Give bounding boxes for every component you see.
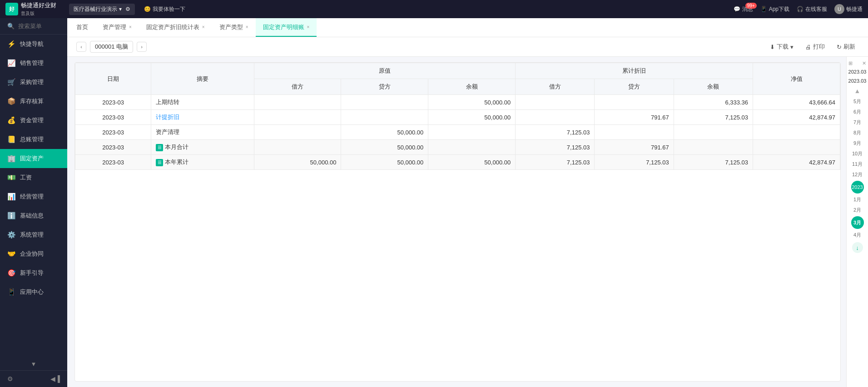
sidebar-item-app-center[interactable]: 📱 应用中心 <box>0 283 67 302</box>
th-yuanzhi: 原值 <box>254 63 516 79</box>
sidebar-item-guide[interactable]: 🎯 新手引导 <box>0 263 67 283</box>
online-support-action[interactable]: 🎧 在线客服 <box>797 5 827 13</box>
logo-icon: 好 <box>5 3 18 15</box>
timeline-month-11[interactable]: 11月 <box>847 159 868 169</box>
table-row: 2023-03 <box>75 95 151 110</box>
inventory-icon: 📦 <box>7 97 15 105</box>
headset-icon: 🎧 <box>797 6 804 12</box>
tab-asset-detail[interactable]: 固定资产明细账 × <box>256 18 317 37</box>
timeline-month-12[interactable]: 12月 <box>847 169 868 180</box>
timeline-month-4[interactable]: 4月 <box>847 230 868 240</box>
fixed-assets-icon: 🏢 <box>7 154 15 163</box>
tab-depreciation-stats[interactable]: 固定资产折旧统计表 × <box>139 18 212 37</box>
guide-icon: 🎯 <box>7 269 15 277</box>
timeline-month-10[interactable]: 10月 <box>847 149 868 159</box>
user-action[interactable]: U 畅捷通 <box>834 4 863 14</box>
table-yz-balance: 50,000.00 <box>428 110 516 125</box>
experience-button[interactable]: 😊 我要体验一下 <box>144 5 185 13</box>
tab-depreciation-stats-close[interactable]: × <box>202 25 205 30</box>
table-yz-credit <box>341 95 428 110</box>
tab-home[interactable]: 首页 <box>67 18 95 37</box>
timeline-month-9[interactable]: 9月 <box>847 138 868 149</box>
sidebar-item-sales[interactable]: 📈 销售管理 <box>0 54 67 73</box>
timeline-down-arrow[interactable]: ↓ <box>852 242 863 253</box>
sidebar-item-purchase[interactable]: 🛒 采购管理 <box>0 73 67 92</box>
table-yz-credit: 50,000.00 <box>341 125 428 140</box>
timeline-month-7[interactable]: 7月 <box>847 117 868 128</box>
next-asset-button[interactable]: › <box>137 42 147 52</box>
sidebar-item-salary[interactable]: 💵 工资 <box>0 168 67 187</box>
refresh-button[interactable]: ↻ 刷新 <box>833 41 859 53</box>
tab-asset-management-close[interactable]: × <box>129 25 132 30</box>
th-leiji-balance: 余额 <box>674 79 753 95</box>
sidebar-scroll-down[interactable]: ▼ <box>0 358 67 370</box>
sidebar-item-quick-nav[interactable]: ⚡ 快捷导航 <box>0 35 67 54</box>
table-yz-balance <box>428 125 516 140</box>
table-wrapper: 日期 摘要 原值 累计折旧 净值 借方 贷方 余额 借方 <box>74 62 841 382</box>
timeline-month-5[interactable]: 5月 <box>847 96 868 107</box>
timeline-expand-icon[interactable]: ⊞ <box>848 60 853 66</box>
timeline-up-arrow[interactable]: ▲ <box>854 87 861 94</box>
tab-asset-management[interactable]: 资产管理 × <box>95 18 139 37</box>
sidebar-item-fixed-assets[interactable]: 🏢 固定资产 <box>0 149 67 168</box>
table-row: 2023-03 <box>75 155 151 170</box>
quick-nav-icon: ⚡ <box>7 40 15 48</box>
fund-icon: 💰 <box>7 116 15 124</box>
sidebar-item-basic-info[interactable]: ℹ️ 基础信息 <box>0 206 67 225</box>
sidebar-label-sales: 销售管理 <box>20 59 44 67</box>
table-net-value <box>753 125 840 140</box>
app-center-icon: 📱 <box>7 288 15 296</box>
sidebar-label-cooperation: 企业协同 <box>20 250 44 258</box>
timeline-panel: ⊞ ✕ 2023.03 2023.03 ▲ 5月 6月 7月 8月 9月 10月… <box>846 57 868 387</box>
table-lj-debit: 7,125.03 <box>516 155 595 170</box>
timeline-month-3[interactable]: 3月 <box>851 216 864 229</box>
sidebar-label-quick-nav: 快捷导航 <box>20 40 44 48</box>
sidebar-item-inventory[interactable]: 📦 库存核算 <box>0 92 67 111</box>
tab-asset-type[interactable]: 资产类型 × <box>212 18 256 37</box>
company-selector[interactable]: 医疗器械行业演示 ▾ ⚙ <box>69 4 135 15</box>
settings-icon[interactable]: ⚙ <box>125 6 130 12</box>
collapse-icon[interactable]: ◀▐ <box>50 375 60 382</box>
tab-asset-detail-close[interactable]: × <box>307 25 310 30</box>
print-button[interactable]: 🖨 打印 <box>802 41 828 53</box>
top-header: 好 畅捷通好业财 普及版 医疗器械行业演示 ▾ ⚙ 😊 我要体验一下 💬 消息 … <box>0 0 868 18</box>
table-yz-credit: 50,000.00 <box>341 155 428 170</box>
search-input[interactable] <box>18 23 67 30</box>
table-row: 2023-03 <box>75 140 151 155</box>
sidebar-search-area[interactable]: 🔍 <box>0 18 67 35</box>
timeline-year-2023[interactable]: 2023 <box>851 181 864 194</box>
app-title: 畅捷通好业财 <box>21 1 56 10</box>
table-yz-balance: 50,000.00 <box>428 95 516 110</box>
system-icon: ⚙️ <box>7 231 15 239</box>
sidebar-item-operation[interactable]: 📊 经营管理 <box>0 187 67 206</box>
refresh-icon: ↻ <box>837 44 842 50</box>
search-icon: 🔍 <box>7 23 15 30</box>
sidebar-item-cooperation[interactable]: 🤝 企业协同 <box>0 244 67 263</box>
table-row: 2023-03 <box>75 110 151 125</box>
timeline-month-6[interactable]: 6月 <box>847 107 868 117</box>
toolbar-right: ⬇ 下载 ▾ 🖨 打印 ↻ 刷新 <box>766 41 859 53</box>
prev-asset-button[interactable]: ‹ <box>76 42 86 52</box>
content-area: 首页 资产管理 × 固定资产折旧统计表 × 资产类型 × 固定资产明细账 × <box>67 18 868 387</box>
timeline-close-icon[interactable]: ✕ <box>862 60 866 66</box>
timeline-month-2[interactable]: 2月 <box>847 205 868 215</box>
timeline-month-1[interactable]: 1月 <box>847 194 868 205</box>
table-summary[interactable]: 计提折旧 <box>151 110 254 125</box>
app-download-action[interactable]: 📱 App下载 <box>760 5 789 13</box>
sidebar-item-fund[interactable]: 💰 资金管理 <box>0 111 67 130</box>
timeline-sub-header: 2023.03 <box>848 76 867 85</box>
tab-bar: 首页 资产管理 × 固定资产折旧统计表 × 资产类型 × 固定资产明细账 × <box>67 18 868 37</box>
th-yuanzhi-balance: 余额 <box>428 79 516 95</box>
table-lj-balance: 7,125.03 <box>674 155 753 170</box>
sidebar-label-inventory: 库存核算 <box>20 97 44 105</box>
chevron-down-icon: ▾ <box>119 6 122 12</box>
message-action[interactable]: 💬 消息 99+ <box>734 5 753 13</box>
timeline-month-8[interactable]: 8月 <box>847 128 868 138</box>
settings-bottom-icon[interactable]: ⚙ <box>7 375 13 382</box>
download-button[interactable]: ⬇ 下载 ▾ <box>766 41 797 53</box>
table-lj-credit: 791.67 <box>595 140 674 155</box>
sidebar-label-operation: 经营管理 <box>20 193 44 201</box>
tab-asset-type-close[interactable]: × <box>246 25 248 30</box>
sidebar-item-ledger[interactable]: 📒 总账管理 <box>0 130 67 149</box>
sidebar-item-system[interactable]: ⚙️ 系统管理 <box>0 225 67 244</box>
